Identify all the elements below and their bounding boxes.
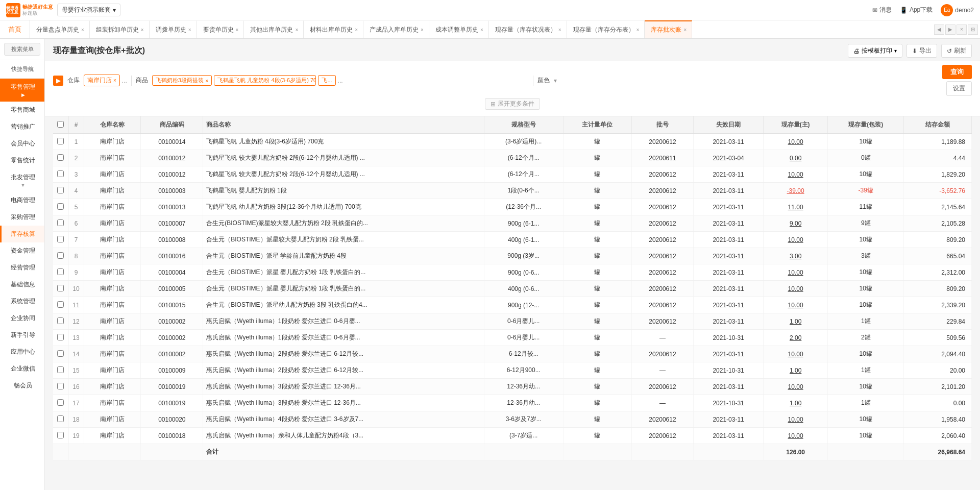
row-checkbox[interactable]	[53, 183, 68, 199]
row-select-checkbox[interactable]	[57, 170, 64, 177]
row-checkbox[interactable]	[53, 134, 68, 150]
row-select-checkbox[interactable]	[57, 415, 64, 422]
row-select-checkbox[interactable]	[57, 138, 64, 144]
row-qty-main[interactable]: 10.00	[763, 134, 828, 150]
product-tag-1[interactable]: 飞鹤星飞帆 儿童奶粉 4段(3-6岁适用) 700克 ×	[214, 75, 316, 86]
tab-menu-btn[interactable]: ⊟	[968, 24, 978, 35]
sidebar-item-retail-mall[interactable]: 零售商城	[0, 102, 44, 118]
sidebar-item-marketing[interactable]: 营销推广	[0, 118, 44, 135]
sidebar-item-basic-info[interactable]: 基础信息	[0, 276, 44, 293]
row-qty-main[interactable]: 10.00	[763, 166, 828, 183]
row-qty-main[interactable]: 10.00	[763, 297, 828, 313]
sidebar-item-inventory[interactable]: 库存核算	[0, 226, 44, 242]
tab-close-2[interactable]: ×	[188, 27, 191, 33]
tab-6[interactable]: 产成品入库单历史 ×	[363, 20, 429, 38]
app-download-btn[interactable]: 📱 App下载	[900, 6, 933, 14]
row-checkbox[interactable]	[53, 330, 68, 346]
row-qty-main[interactable]: 9.00	[763, 215, 828, 232]
row-checkbox[interactable]	[53, 166, 68, 183]
row-qty-main[interactable]: 10.00	[763, 346, 828, 362]
row-select-checkbox[interactable]	[57, 383, 64, 389]
row-select-checkbox[interactable]	[57, 334, 64, 340]
row-select-checkbox[interactable]	[57, 219, 64, 226]
refresh-button[interactable]: ↺ 刷新	[941, 44, 972, 58]
tab-3[interactable]: 要货单历史 ×	[197, 20, 244, 38]
row-checkbox[interactable]	[53, 248, 68, 264]
product-more[interactable]: ...	[338, 77, 343, 84]
row-qty-main[interactable]: 1.00	[763, 395, 828, 411]
row-select-checkbox[interactable]	[57, 236, 64, 242]
quick-nav-button[interactable]: 快捷导航	[0, 62, 44, 76]
tab-close-6[interactable]: ×	[421, 27, 424, 33]
tab-close-5[interactable]: ×	[355, 27, 358, 33]
tab-close-10[interactable]: ×	[683, 27, 687, 33]
row-qty-main[interactable]: 1.00	[763, 362, 828, 379]
row-qty-main[interactable]: 10.00	[763, 411, 828, 428]
row-qty-main[interactable]: 0.00	[763, 150, 828, 166]
row-select-checkbox[interactable]	[57, 432, 64, 438]
export-button[interactable]: ⬇ 导出	[906, 44, 937, 58]
row-qty-main[interactable]: 2.00	[763, 330, 828, 346]
tab-1[interactable]: 组装拆卸单历史 ×	[90, 20, 150, 38]
tab-next-btn[interactable]: ▶	[945, 24, 955, 35]
row-checkbox[interactable]	[53, 215, 68, 232]
row-checkbox[interactable]	[53, 428, 68, 444]
tab-9[interactable]: 现存量（库存分布表） ×	[567, 20, 645, 38]
color-dropdown-arrow[interactable]: ▾	[554, 77, 557, 84]
account-selector[interactable]: 母婴行业演示账套 ▾	[57, 4, 120, 16]
sidebar-item-app-center[interactable]: 应用中心	[0, 344, 44, 360]
tab-close-4[interactable]: ×	[295, 27, 298, 33]
sidebar-item-wholesale[interactable]: 批发管理 ▼	[0, 169, 44, 192]
row-checkbox[interactable]	[53, 297, 68, 313]
row-checkbox[interactable]	[53, 395, 68, 411]
user-avatar[interactable]: Ea demo2	[941, 4, 974, 16]
sidebar-item-retail-management[interactable]: 零售管理 ▶	[0, 79, 44, 102]
tab-home[interactable]: 首页	[0, 20, 30, 38]
query-button[interactable]: 查询	[942, 65, 972, 79]
setting-button[interactable]: 设置	[946, 81, 972, 96]
tab-2[interactable]: 调拨单历史 ×	[150, 20, 197, 38]
sidebar-item-retail-stats[interactable]: 零售统计	[0, 152, 44, 169]
row-select-checkbox[interactable]	[57, 187, 64, 193]
template-print-button[interactable]: 🖨 按模板打印 ▾	[848, 44, 902, 58]
product-tag-0[interactable]: 飞鹤奶粉3段两提装 ×	[152, 75, 212, 86]
warehouse-tag-remove[interactable]: ×	[113, 78, 116, 83]
row-select-checkbox[interactable]	[57, 301, 64, 308]
sidebar-item-member[interactable]: 会员中心	[0, 135, 44, 152]
tab-8[interactable]: 现存量（库存状况表） ×	[489, 20, 567, 38]
sidebar-item-operations[interactable]: 经营管理	[0, 259, 44, 276]
tab-close-3[interactable]: ×	[236, 27, 239, 33]
expand-more-button[interactable]: ⊞ 展开更多条件	[485, 98, 540, 110]
row-qty-main[interactable]: 10.00	[763, 379, 828, 395]
tab-0[interactable]: 分量盘点单历史 ×	[30, 20, 90, 38]
row-qty-main[interactable]: 10.00	[763, 264, 828, 281]
row-select-checkbox[interactable]	[57, 203, 64, 210]
filter-expand-button[interactable]: ▶	[53, 76, 63, 86]
row-select-checkbox[interactable]	[57, 252, 64, 259]
select-all-checkbox[interactable]	[57, 121, 64, 128]
tab-close-7[interactable]: ×	[480, 27, 483, 33]
row-checkbox[interactable]	[53, 281, 68, 297]
sidebar-item-collab[interactable]: 企业协同	[0, 310, 44, 327]
row-checkbox[interactable]	[53, 199, 68, 215]
sidebar-item-finance[interactable]: 资金管理	[0, 242, 44, 259]
tab-close-1[interactable]: ×	[141, 27, 144, 33]
tab-10[interactable]: 库存批次账 ×	[645, 20, 692, 38]
row-checkbox[interactable]	[53, 232, 68, 248]
row-checkbox[interactable]	[53, 411, 68, 428]
tab-close-0[interactable]: ×	[81, 27, 84, 33]
row-checkbox[interactable]	[53, 346, 68, 362]
row-select-checkbox[interactable]	[57, 285, 64, 291]
row-select-checkbox[interactable]	[57, 154, 64, 161]
row-qty-main[interactable]: -39.00	[763, 183, 828, 199]
row-select-checkbox[interactable]	[57, 268, 64, 275]
tab-4[interactable]: 其他出库单历史 ×	[244, 20, 304, 38]
message-btn[interactable]: ✉ 消息	[872, 6, 892, 14]
tab-prev-btn[interactable]: ◀	[934, 24, 944, 35]
row-qty-main[interactable]: 3.00	[763, 248, 828, 264]
warehouse-tag[interactable]: 南岸门店 ×	[84, 75, 120, 86]
row-qty-main[interactable]: 1.00	[763, 313, 828, 330]
sidebar-item-weixin[interactable]: 企业微信	[0, 360, 44, 377]
row-checkbox[interactable]	[53, 150, 68, 166]
search-menu-button[interactable]: 搜索菜单	[4, 43, 40, 56]
